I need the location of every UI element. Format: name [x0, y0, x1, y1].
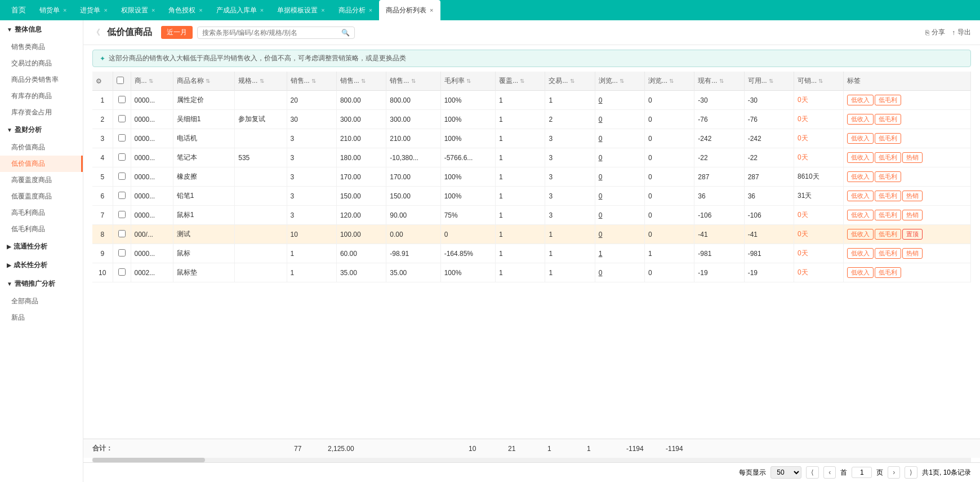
sidebar-section-overall[interactable]: ▼ 整体信息 — [0, 20, 83, 39]
row-sales3: 210.00 — [386, 129, 440, 148]
sidebar-section-liquidity[interactable]: ▶ 流通性分析 — [0, 237, 83, 256]
tag-badge: 低收入 — [847, 95, 874, 105]
row-checkbox[interactable] — [118, 211, 126, 218]
sidebar-item-sales-products[interactable]: 销售类商品 — [0, 39, 83, 55]
row-coverage: 1 — [496, 110, 545, 129]
sidebar-item-category-sales-rate[interactable]: 商品分类销售率 — [0, 72, 83, 88]
select-all-checkbox[interactable] — [117, 77, 124, 84]
last-page-button[interactable]: ⟩ — [905, 466, 917, 479]
row-code: 0000... — [131, 167, 173, 187]
row-sales1: 1 — [287, 244, 336, 263]
row-margin: -164.85% — [440, 244, 495, 263]
row-name[interactable]: 橡皮擦 — [173, 167, 235, 187]
sidebar-item-low-coverage[interactable]: 低覆盖度商品 — [0, 188, 83, 205]
page-size-select[interactable]: 50 100 200 — [770, 466, 801, 479]
close-template-icon[interactable]: × — [321, 7, 324, 14]
close-roles-icon[interactable]: × — [199, 7, 202, 14]
chevron-down-icon: ▼ — [7, 26, 12, 33]
sidebar-item-all-products[interactable]: 全部商品 — [0, 293, 83, 309]
row-current: -106 — [694, 206, 744, 225]
row-sellable: 0天 — [794, 91, 843, 110]
row-name[interactable]: 铅笔1 — [173, 187, 235, 206]
available-col-header: 可用... ⇅ — [744, 72, 794, 91]
total-info: 共1页, 10条记录 — [922, 468, 971, 477]
close-purchase-order-icon[interactable]: × — [104, 7, 107, 14]
nav-sales-order[interactable]: 销货单 × — [33, 0, 73, 20]
row-name[interactable]: 吴细细1 — [173, 110, 235, 129]
close-permissions-icon[interactable]: × — [152, 7, 155, 14]
row-name[interactable]: 电话机 — [173, 129, 235, 148]
nav-home[interactable]: 首页 — [5, 0, 33, 20]
sidebar-item-high-margin[interactable]: 高毛利商品 — [0, 205, 83, 221]
sidebar-section-growth-label: 成长性分析 — [14, 260, 47, 270]
scrollbar-thumb[interactable] — [92, 458, 205, 462]
nav-product-analysis[interactable]: 商品分析 × — [332, 0, 379, 20]
row-checkbox[interactable] — [118, 153, 126, 161]
nav-template-settings[interactable]: 单据模板设置 × — [270, 0, 331, 20]
row-sellable: 0天 — [794, 244, 843, 263]
row-transaction: 3 — [545, 167, 595, 187]
row-checkbox[interactable] — [118, 173, 126, 180]
horizontal-scrollbar[interactable] — [92, 458, 971, 462]
sidebar-item-high-value[interactable]: 高价值商品 — [0, 139, 83, 156]
export-button[interactable]: ↑ 导出 — [952, 28, 971, 37]
nav-product-analysis-list[interactable]: 商品分析列表 × — [379, 0, 440, 20]
sidebar-section-profit[interactable]: ▼ 盈财分析 — [0, 121, 83, 139]
sidebar-item-inventory-capital[interactable]: 库存资金占用 — [0, 104, 83, 121]
nav-purchase-order[interactable]: 进货单 × — [73, 0, 114, 20]
row-name[interactable]: 鼠标垫 — [173, 263, 235, 282]
row-margin: 100% — [440, 187, 495, 206]
row-num: 10 — [92, 263, 113, 282]
row-checkbox[interactable] — [118, 230, 126, 237]
nav-stock-in[interactable]: 产成品入库单 × — [210, 0, 270, 20]
row-checkbox[interactable] — [118, 192, 126, 199]
row-num: 9 — [92, 244, 113, 263]
close-analysis-icon[interactable]: × — [369, 7, 372, 14]
row-checkbox[interactable] — [118, 249, 126, 257]
close-stock-in-icon[interactable]: × — [260, 7, 264, 14]
share-button[interactable]: ⎘ 分享 — [925, 28, 945, 37]
row-name[interactable]: 鼠标 — [173, 244, 235, 263]
settings-icon[interactable]: ⚙ — [96, 77, 102, 85]
row-name[interactable]: 鼠标1 — [173, 206, 235, 225]
sidebar-item-high-coverage[interactable]: 高覆盖度商品 — [0, 172, 83, 188]
row-checkbox[interactable] — [118, 268, 126, 276]
date-filter-button[interactable]: 近一月 — [161, 26, 193, 39]
transaction-col-header: 交易... ⇅ — [545, 72, 595, 91]
sidebar-item-new-products[interactable]: 新品 — [0, 309, 83, 326]
sidebar-item-traded-products[interactable]: 交易过的商品 — [0, 55, 83, 72]
close-sales-order-icon[interactable]: × — [63, 7, 66, 14]
row-checkbox[interactable] — [118, 115, 126, 122]
prev-page-button[interactable]: ‹ — [823, 466, 836, 479]
search-icon[interactable]: 🔍 — [341, 29, 350, 37]
spec-col-header: 规格... ⇅ — [235, 72, 287, 91]
close-analysis-list-icon[interactable]: × — [430, 7, 433, 14]
row-checkbox[interactable] — [118, 96, 126, 103]
row-name[interactable]: 属性定价 — [173, 91, 235, 110]
row-spec: 参加复试 — [235, 110, 287, 129]
sidebar-section-growth[interactable]: ▶ 成长性分析 — [0, 256, 83, 275]
row-coverage: 1 — [496, 91, 545, 110]
sidebar-item-stock-products[interactable]: 有库存的商品 — [0, 88, 83, 104]
row-name[interactable]: 笔记本 — [173, 148, 235, 167]
sidebar-item-low-margin[interactable]: 低毛利商品 — [0, 221, 83, 237]
collapse-button[interactable]: 《 — [92, 28, 100, 38]
row-checkbox-cell — [113, 244, 131, 263]
row-tags: 低收入低毛利热销 — [844, 187, 971, 206]
first-page-button[interactable]: ⟨ — [806, 466, 819, 479]
row-checkbox[interactable] — [118, 134, 126, 141]
sidebar-section-marketing[interactable]: ▼ 营销推广分析 — [0, 275, 83, 293]
sidebar-item-low-value[interactable]: 低价值商品 — [0, 156, 83, 172]
row-margin: 75% — [440, 206, 495, 225]
current-page-input[interactable] — [852, 467, 872, 478]
nav-roles[interactable]: 角色授权 × — [162, 0, 209, 20]
search-input[interactable] — [202, 29, 341, 37]
tag-badge: 低毛利 — [875, 248, 901, 259]
next-page-button[interactable]: › — [888, 466, 900, 479]
row-num: 1 — [92, 91, 113, 110]
table-row: 7 0000... 鼠标1 3 120.00 90.00 75% 1 3 0 0… — [92, 206, 971, 225]
row-coverage: 1 — [496, 206, 545, 225]
row-name[interactable]: 测试 — [173, 225, 235, 244]
search-box: 🔍 — [197, 26, 355, 39]
nav-permissions[interactable]: 权限设置 × — [114, 0, 162, 20]
